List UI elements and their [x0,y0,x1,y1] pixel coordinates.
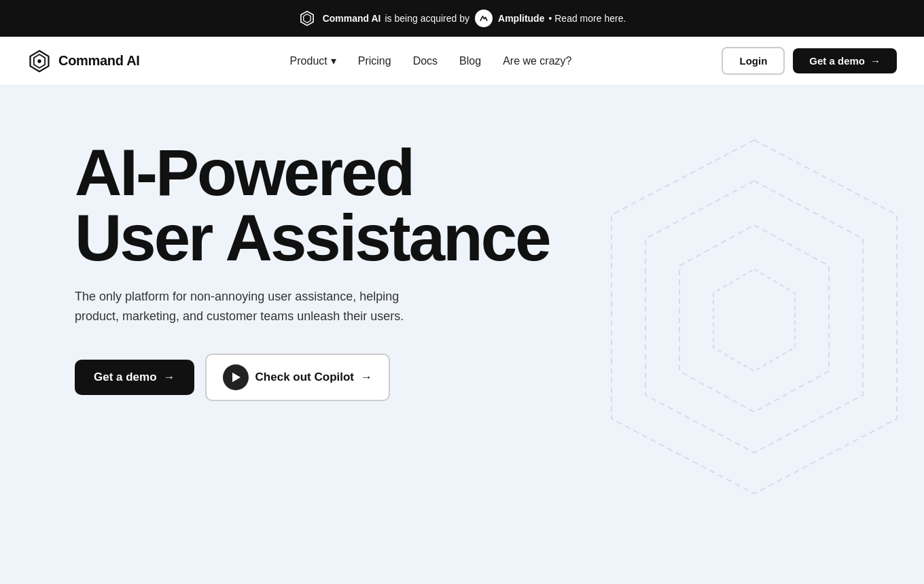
commandai-logo [27,49,52,73]
main-nav: Command AI Product ▾ Pricing Docs Blog [0,37,924,86]
hero-content: AI-Powered User Assistance The only plat… [75,140,605,401]
nav-link-docs[interactable]: Docs [413,55,438,67]
commandai-logo-small [298,10,316,27]
nav-link-crazy[interactable]: Are we crazy? [503,55,571,67]
nav-item-pricing[interactable]: Pricing [358,55,391,67]
hero-decoration [571,126,924,507]
logo-text: Command AI [58,53,140,69]
check-out-copilot-button[interactable]: Check out Copilot → [205,354,390,401]
nav-actions: Login Get a demo → [722,47,897,75]
amplitude-logo [475,10,493,27]
login-button[interactable]: Login [722,47,785,75]
arrow-right-icon: → [870,55,881,67]
get-demo-nav-button[interactable]: Get a demo → [793,48,897,73]
play-icon [223,364,249,390]
nav-item-crazy[interactable]: Are we crazy? [503,55,571,67]
announcement-prefix: is being acquired by [385,13,469,24]
announcement-suffix: • Read more here. [548,13,626,24]
arrow-right-icon: → [164,371,175,384]
explore-section: Explore Command AI by product The Basics… [0,548,924,584]
get-demo-hero-button[interactable]: Get a demo → [75,360,194,395]
hero-section: AI-Powered User Assistance The only plat… [0,86,924,548]
announcement-brand: Command AI [323,13,381,24]
nav-item-product[interactable]: Product ▾ [290,54,336,67]
hero-subtitle: The only platform for non-annoying user … [75,287,428,326]
nav-item-docs[interactable]: Docs [413,55,438,67]
hero-actions: Get a demo → Check out Copilot → [75,354,605,401]
nav-link-product[interactable]: Product ▾ [290,54,336,67]
nav-link-pricing[interactable]: Pricing [358,55,391,67]
svg-point-0 [37,59,41,63]
announcement-acquirer: Amplitude [498,13,544,24]
nav-link-blog[interactable]: Blog [459,55,481,67]
announcement-bar: Command AI is being acquired by Amplitud… [0,0,924,37]
arrow-right-icon: → [361,371,372,384]
chevron-down-icon: ▾ [331,54,336,67]
nav-item-blog[interactable]: Blog [459,55,481,67]
nav-links: Product ▾ Pricing Docs Blog Are we crazy… [290,54,572,67]
logo-link[interactable]: Command AI [27,49,140,73]
hero-title: AI-Powered User Assistance [75,140,605,271]
